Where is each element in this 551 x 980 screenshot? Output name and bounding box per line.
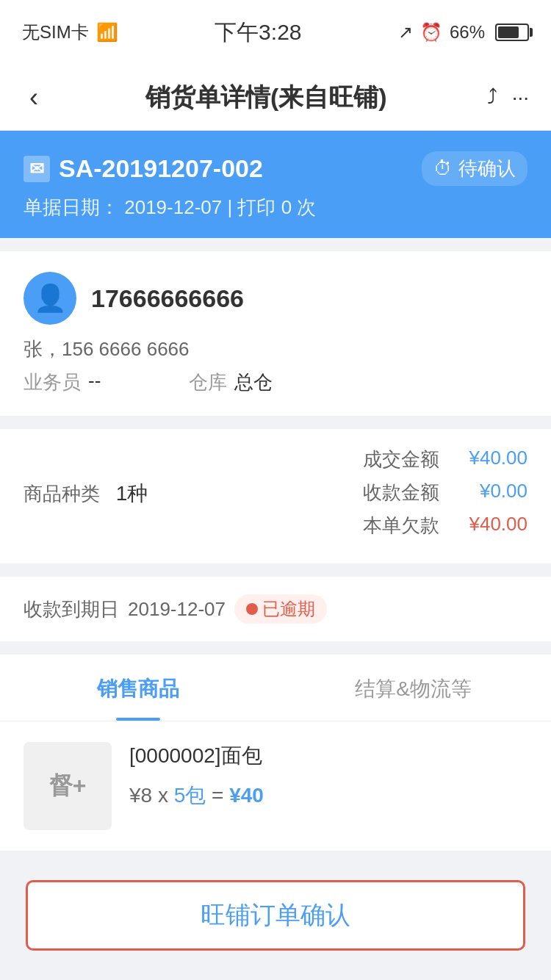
product-info: [0000002]面包 ¥8 x 5包 = ¥40 [129, 742, 527, 810]
product-type-label: 商品种类 [24, 483, 100, 505]
time-display: 下午3:28 [215, 18, 301, 48]
status-bar: 无SIM卡 📶 下午3:28 ↗ ⏰ 66% [0, 0, 551, 65]
customer-name: 张，156 6666 6666 [24, 336, 527, 362]
product-item: 督+ [0000002]面包 ¥8 x 5包 = ¥40 [0, 721, 551, 851]
nav-actions: ⤴ ··· [487, 86, 529, 109]
received-value: ¥0.00 [480, 480, 527, 505]
overdue-label: 已逾期 [262, 597, 315, 621]
product-logo: 督+ [49, 770, 87, 802]
order-icon: ✉ [24, 156, 50, 182]
warehouse-value: 总仓 [234, 370, 273, 395]
alarm-icon: ⏰ [420, 22, 442, 43]
status-text: 待确认 [458, 156, 516, 181]
product-name: [0000002]面包 [129, 742, 527, 770]
overdue-badge: 已逾期 [234, 594, 327, 624]
owed-value: ¥40.00 [469, 513, 527, 538]
tab-products[interactable]: 销售商品 [0, 655, 276, 721]
salesman-value: -- [88, 370, 101, 395]
customer-section: 👤 17666666666 张，156 6666 6666 业务员 -- 仓库 … [0, 251, 551, 416]
status-bar-right: ↗ ⏰ 66% [398, 22, 529, 43]
status-bar-left: 无SIM卡 📶 [22, 21, 118, 44]
battery-percentage: 66% [450, 22, 485, 43]
received-label: 收款金额 [363, 480, 439, 505]
transaction-label: 成交金额 [363, 447, 439, 472]
product-thumbnail: 督+ [24, 742, 112, 830]
due-date-label: 收款到期日 [24, 597, 119, 622]
product-type-value: 1种 [116, 482, 148, 505]
location-icon: ↗ [398, 22, 413, 43]
order-id: ✉ SA-20191207-002 [24, 154, 263, 183]
confirm-btn-wrapper: 旺铺订单确认 [26, 880, 525, 951]
more-button[interactable]: ··· [512, 86, 529, 109]
avatar: 👤 [24, 272, 76, 325]
wifi-icon: 📶 [96, 22, 118, 43]
carrier-text: 无SIM卡 [22, 21, 89, 44]
back-button[interactable]: ‹ [22, 75, 46, 120]
tabs-row: 销售商品 结算&物流等 [0, 655, 551, 721]
confirm-order-button[interactable]: 旺铺订单确认 [26, 880, 525, 951]
tab-settlement[interactable]: 结算&物流等 [276, 655, 551, 721]
nav-bar: ‹ 销货单详情(来自旺铺) ⤴ ··· [0, 65, 551, 131]
order-header-card: ✉ SA-20191207-002 ⏱ 待确认 单据日期： 2019-12-07… [0, 131, 551, 238]
owed-label: 本单欠款 [363, 513, 439, 538]
transaction-value: ¥40.00 [469, 447, 527, 472]
battery-icon [495, 24, 529, 41]
page-title: 销货单详情(来自旺铺) [145, 81, 387, 115]
tabs-section: 销售商品 结算&物流等 督+ [0000002]面包 ¥8 x 5包 = ¥40 [0, 655, 551, 851]
due-date-value: 2019-12-07 [128, 598, 226, 621]
customer-meta: 业务员 -- 仓库 总仓 [24, 370, 527, 395]
due-date-section: 收款到期日 2019-12-07 已逾期 [0, 577, 551, 641]
overdue-dot-icon [246, 603, 258, 615]
warehouse-label: 仓库 [189, 370, 227, 395]
salesman-label: 业务员 [24, 370, 81, 395]
status-badge: ⏱ 待确认 [422, 151, 527, 186]
share-button[interactable]: ⤴ [487, 86, 497, 109]
customer-phone: 17666666666 [91, 284, 244, 313]
status-icon: ⏱ [433, 157, 453, 180]
amount-section: 商品种类 1种 成交金额 ¥40.00 收款金额 ¥0.00 本单欠款 ¥40.… [0, 429, 551, 563]
order-date-info: 单据日期： 2019-12-07 | 打印 0 次 [24, 195, 527, 220]
avatar-icon: 👤 [34, 283, 67, 314]
product-price: ¥8 x 5包 = ¥40 [129, 782, 527, 810]
